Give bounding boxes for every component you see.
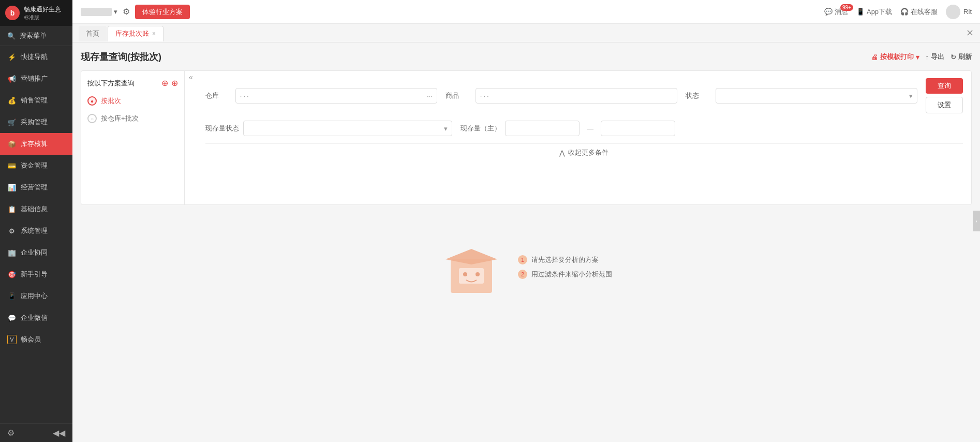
sidebar-company-name: 畅康通好生意 <box>24 5 61 14</box>
svg-point-3 <box>463 272 467 276</box>
sidebar-item-system[interactable]: ⚙ 系统管理 <box>0 220 72 242</box>
sidebar-item-inventory[interactable]: 📦 库存核算 <box>0 133 72 155</box>
stock-qty-to-input[interactable] <box>601 121 675 136</box>
goods-input[interactable]: ··· <box>476 88 677 104</box>
gear-scheme-icon[interactable]: ⊕ <box>171 78 178 88</box>
online-service-btn[interactable]: 🎧 在线客服 <box>900 7 938 17</box>
filter-scheme-sidebar: 按以下方案查询 ⊕ ⊕ ● 按批次 ○ 按仓库+批次 <box>81 71 185 204</box>
page-title: 现存量查询(按批次) <box>81 51 161 63</box>
experience-btn[interactable]: 体验行业方案 <box>135 5 190 19</box>
sidebar-item-business[interactable]: 📊 经营管理 <box>0 176 72 198</box>
tab-close-icon[interactable]: × <box>152 30 156 37</box>
sidebar-item-quick-nav[interactable]: ⚡ 快捷导航 <box>0 46 72 68</box>
tab-inventory-batch[interactable]: 库存批次账 × <box>108 26 164 41</box>
sidebar-item-label: 营销推广 <box>21 74 48 83</box>
svg-point-4 <box>476 272 480 276</box>
status-input[interactable]: ▾ <box>716 88 917 104</box>
tab-home[interactable]: 首页 <box>79 26 107 41</box>
query-actions: 查询 设置 <box>926 78 963 113</box>
service-label: 在线客服 <box>911 7 938 17</box>
sidebar-item-marketing[interactable]: 📢 营销推广 <box>0 68 72 90</box>
print-dropdown-icon: ▾ <box>916 53 919 61</box>
appstore-icon: 📱 <box>7 291 17 301</box>
sidebar-item-finance[interactable]: 💳 资金管理 <box>0 155 72 176</box>
sidebar-item-corp[interactable]: 🏢 企业协同 <box>0 242 72 263</box>
sidebar-title-block: 畅康通好生意 标准版 <box>24 5 61 21</box>
collapse-sidebar-icon[interactable]: ◀◀ <box>53 428 65 438</box>
print-label: 按模板打印 <box>880 52 914 62</box>
empty-tips: 1 请先选择要分析的方案 2 用过滤条件来缩小分析范围 <box>518 255 612 279</box>
topbar: ▾ ⚙ 体验行业方案 💬 消息 99+ 📱 App下载 🎧 在线客服 Rit <box>72 0 980 24</box>
sidebar-item-vip[interactable]: V 畅会员 <box>0 329 72 350</box>
headset-icon: 🎧 <box>900 8 909 16</box>
settings-icon[interactable]: ⚙ <box>7 428 14 438</box>
warehouse-input[interactable]: ··· ··· <box>235 88 437 104</box>
basic-icon: 📋 <box>7 204 17 214</box>
stock-qty-label: 现存量（主） <box>461 124 501 133</box>
sidebar-item-label: 系统管理 <box>21 226 48 235</box>
warehouse-more-icon: ··· <box>427 92 433 100</box>
scheme-item-batch[interactable]: ● 按批次 <box>81 92 184 110</box>
export-btn[interactable]: ↑ 导出 <box>926 52 945 62</box>
sidebar-item-purchase[interactable]: 🛒 采购管理 <box>0 111 72 133</box>
status-field: 状态 ▾ <box>686 88 917 104</box>
sidebar-item-label: 应用中心 <box>21 291 48 301</box>
settings-btn[interactable]: 设置 <box>926 97 963 113</box>
export-label: 导出 <box>931 52 944 62</box>
topbar-dropdown-text <box>81 8 112 16</box>
print-btn[interactable]: 🖨 按模板打印 ▾ <box>871 52 919 62</box>
sidebar-item-label: 采购管理 <box>21 117 48 127</box>
stock-qty-from-input[interactable] <box>505 121 580 136</box>
scheme-item-warehouse-batch[interactable]: ○ 按仓库+批次 <box>81 110 184 127</box>
sidebar-item-appstore[interactable]: 📱 应用中心 <box>0 285 72 307</box>
filter-row-1: 仓库 ··· ··· 商品 ··· <box>205 78 963 113</box>
sidebar-item-guide[interactable]: 🎯 新手引导 <box>0 263 72 285</box>
refresh-label: 刷新 <box>958 52 972 62</box>
corp-icon: 🏢 <box>7 248 17 257</box>
settings-gear-icon[interactable]: ⚙ <box>123 7 130 17</box>
tab-bar-right: ✕ <box>966 28 974 38</box>
close-all-tabs-btn[interactable]: ✕ <box>966 28 974 38</box>
goods-dots: ··· <box>480 92 491 100</box>
stock-status-field: 现存量状态 ▾ <box>205 121 452 136</box>
query-btn[interactable]: 查询 <box>926 78 963 94</box>
sidebar-footer: ⚙ ◀◀ <box>0 423 72 442</box>
add-scheme-icon[interactable]: ⊕ <box>161 78 168 88</box>
stock-status-input[interactable]: ▾ <box>243 121 452 136</box>
sidebar-item-label: 企业微信 <box>21 313 48 322</box>
sidebar-item-basic[interactable]: 📋 基础信息 <box>0 198 72 220</box>
home-tab-label: 首页 <box>86 29 99 38</box>
topbar-dropdown[interactable]: ▾ <box>81 8 117 16</box>
message-badge: 99+ <box>840 4 853 11</box>
filter-collapse-arrow[interactable]: « <box>185 71 197 204</box>
message-btn[interactable]: 💬 消息 99+ <box>824 7 848 17</box>
print-icon: 🖨 <box>871 53 878 61</box>
system-icon: ⚙ <box>7 226 17 235</box>
refresh-btn[interactable]: ↻ 刷新 <box>951 52 972 62</box>
status-dropdown-icon: ▾ <box>909 92 913 100</box>
filter-scheme-header: 按以下方案查询 ⊕ ⊕ <box>81 76 184 92</box>
sidebar-search-item[interactable]: 🔍 搜索菜单 <box>0 26 72 46</box>
app-download-btn[interactable]: 📱 App下载 <box>856 7 892 17</box>
page-content: 现存量查询(按批次) 🖨 按模板打印 ▾ ↑ 导出 ↻ 刷新 <box>72 42 980 442</box>
empty-state: 1 请先选择要分析的方案 2 用过滤条件来缩小分析范围 <box>81 205 972 329</box>
goods-field: 商品 ··· <box>446 88 677 104</box>
scheme-header-actions: ⊕ ⊕ <box>161 78 178 88</box>
sidebar-item-sales[interactable]: 💰 销售管理 <box>0 90 72 111</box>
vip-icon: V <box>7 335 17 344</box>
right-sidebar-arrow[interactable]: › <box>973 211 980 231</box>
collapse-bar[interactable]: ⋀ 收起更多条件 <box>205 143 963 161</box>
sidebar-item-label: 经营管理 <box>21 183 48 192</box>
sidebar-item-wechat[interactable]: 💬 企业微信 <box>0 307 72 329</box>
avatar <box>946 5 960 19</box>
user-area[interactable]: Rit <box>946 5 972 19</box>
filter-form: 仓库 ··· ··· 商品 ··· <box>197 71 971 204</box>
sidebar-item-label: 畅会员 <box>21 335 41 344</box>
finance-icon: 💳 <box>7 161 17 170</box>
scheme-inactive-indicator: ○ <box>87 114 97 123</box>
page-title-row: 现存量查询(按批次) 🖨 按模板打印 ▾ ↑ 导出 ↻ 刷新 <box>81 51 972 63</box>
message-icon: 💬 <box>824 8 833 16</box>
purchase-icon: 🛒 <box>7 117 17 127</box>
empty-icon <box>440 236 502 298</box>
scheme-title: 按以下方案查询 <box>87 79 135 88</box>
